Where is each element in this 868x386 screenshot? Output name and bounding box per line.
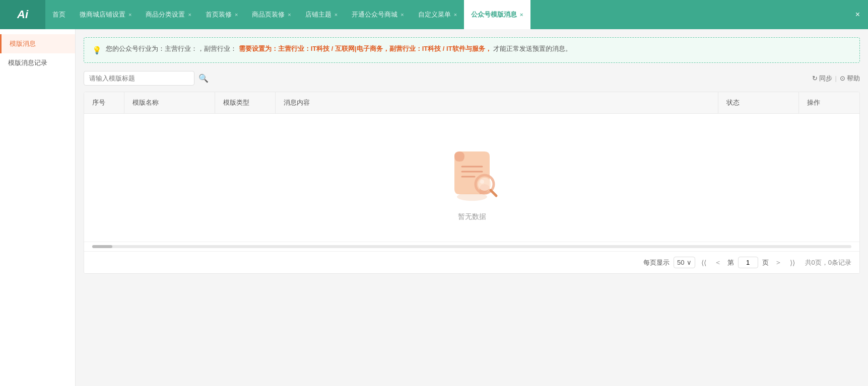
- svg-point-7: [480, 180, 484, 184]
- page-size-label: 每页显示: [643, 258, 670, 267]
- page-number-input[interactable]: [738, 257, 758, 268]
- col-status: 状态: [718, 92, 799, 113]
- horizontal-scrollbar[interactable]: [92, 245, 851, 248]
- tab-close-custom-menu[interactable]: ×: [454, 12, 457, 18]
- svg-point-5: [478, 178, 491, 191]
- search-button[interactable]: 🔍: [198, 73, 209, 83]
- sync-icon: ↻: [812, 74, 818, 82]
- content-area: 💡 您的公众号行业为：主营行业：，副营行业： 需要设置为：主营行业：IT科技 /…: [76, 29, 868, 386]
- info-banner: 💡 您的公众号行业为：主营行业：，副营行业： 需要设置为：主营行业：IT科技 /…: [84, 37, 860, 63]
- svg-line-6: [491, 190, 496, 196]
- sidebar-item-template-msg[interactable]: 模版消息: [0, 34, 75, 53]
- toolbar-right: ↻ 同步 | ⊙ 帮助: [812, 74, 860, 83]
- help-button[interactable]: ⊙ 帮助: [840, 74, 860, 83]
- sidebar: 模版消息模版消息记录: [0, 29, 76, 386]
- tab-category-settings[interactable]: 商品分类设置×: [139, 0, 198, 29]
- first-page-button[interactable]: ⟨⟨: [699, 258, 708, 268]
- tab-close-open-mall[interactable]: ×: [400, 12, 404, 18]
- tab-close-template-msg[interactable]: ×: [520, 12, 523, 18]
- col-content: 消息内容: [276, 92, 718, 113]
- top-nav: Ai 首页微商城店铺设置×商品分类设置×首页装修×商品页装修×店铺主题×开通公众…: [0, 0, 868, 29]
- next-page-button[interactable]: ＞: [773, 257, 784, 268]
- search-input[interactable]: [84, 71, 194, 86]
- col-index: 序号: [84, 92, 124, 113]
- empty-icon: [442, 144, 502, 204]
- page-prefix: 第: [727, 258, 734, 267]
- empty-text: 暂无数据: [458, 212, 486, 221]
- search-left: 🔍: [84, 71, 209, 86]
- col-type: 模版类型: [215, 92, 276, 113]
- page-size-select[interactable]: 50 ∨: [674, 257, 695, 268]
- help-icon: ⊙: [840, 74, 845, 82]
- info-banner-text: 您的公众号行业为：主营行业：，副营行业： 需要设置为：主营行业：IT科技 / 互…: [106, 44, 572, 54]
- pagination: 每页显示 50 ∨ ⟨⟨ ＜ 第 页 ＞ ⟩⟩ 共0页，0条记录: [84, 251, 859, 273]
- tab-close-home-decor[interactable]: ×: [235, 12, 238, 18]
- main-layout: 模版消息模版消息记录 💡 您的公众号行业为：主营行业：，副营行业： 需要设置为：…: [0, 29, 868, 386]
- chevron-down-icon: ∨: [687, 259, 692, 266]
- app-logo: Ai: [0, 0, 45, 29]
- col-action: 操作: [799, 92, 859, 113]
- tab-home-decor[interactable]: 首页装修×: [198, 0, 245, 29]
- toolbar-separator: |: [835, 74, 837, 82]
- page-label: 页: [762, 258, 769, 267]
- template-table: 序号 模版名称 模版类型 消息内容 状态 操作: [84, 92, 860, 274]
- scrollbar-thumb[interactable]: [92, 245, 112, 248]
- tab-close-shop-settings[interactable]: ×: [128, 12, 131, 18]
- prev-page-button[interactable]: ＜: [712, 257, 723, 268]
- total-text: 共0页，0条记录: [805, 258, 851, 267]
- sidebar-item-template-msg-record[interactable]: 模版消息记录: [0, 53, 75, 72]
- bulb-icon: 💡: [92, 44, 102, 56]
- last-page-button[interactable]: ⟩⟩: [788, 258, 797, 268]
- sync-button[interactable]: ↻ 同步: [812, 74, 832, 83]
- scrollbar-area[interactable]: [84, 242, 859, 251]
- tab-close-category-settings[interactable]: ×: [188, 12, 191, 18]
- close-all-button[interactable]: ×: [847, 0, 868, 29]
- tab-close-store-theme[interactable]: ×: [335, 12, 338, 18]
- table-header: 序号 模版名称 模版类型 消息内容 状态 操作: [84, 92, 859, 114]
- col-name: 模版名称: [124, 92, 215, 113]
- tab-home[interactable]: 首页: [45, 0, 73, 29]
- tab-product-decor[interactable]: 商品页装修×: [245, 0, 298, 29]
- tab-open-mall[interactable]: 开通公众号商城×: [345, 0, 411, 29]
- tab-template-msg[interactable]: 公众号模版消息×: [464, 0, 530, 29]
- tab-close-product-decor[interactable]: ×: [288, 12, 291, 18]
- tab-bar: 首页微商城店铺设置×商品分类设置×首页装修×商品页装修×店铺主题×开通公众号商城…: [45, 0, 847, 29]
- tab-shop-settings[interactable]: 微商城店铺设置×: [73, 0, 139, 29]
- empty-state: 暂无数据: [84, 114, 859, 242]
- search-bar: 🔍 ↻ 同步 | ⊙ 帮助: [84, 71, 860, 86]
- tab-store-theme[interactable]: 店铺主题×: [298, 0, 345, 29]
- tab-custom-menu[interactable]: 自定义菜单×: [411, 0, 464, 29]
